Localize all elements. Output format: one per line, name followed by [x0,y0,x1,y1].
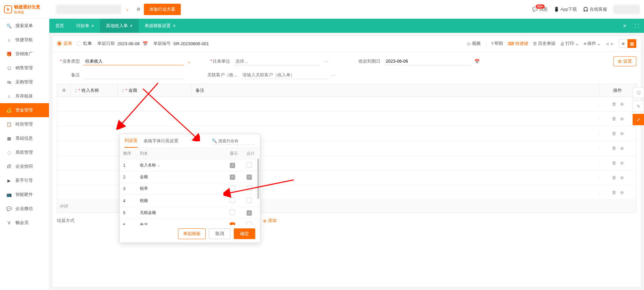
biz-type-input[interactable] [83,57,184,65]
column-settings-gear-icon[interactable]: ⚙ [57,84,71,96]
copy-icon[interactable]: ⊕ [620,116,624,121]
delete-icon[interactable]: 🗑 [612,160,616,165]
rel-customer-input[interactable] [240,71,328,79]
help-button[interactable]: ?帮助 [491,41,503,47]
checkbox-checked[interactable] [247,174,252,180]
radio-red[interactable]: 红单 [77,41,92,47]
checkbox-checked[interactable] [230,163,235,168]
checkbox[interactable] [230,198,235,203]
print-button[interactable]: 🖨打印⌄ [560,41,579,47]
ok-button[interactable]: 确定 [234,228,255,239]
chevron-down-icon[interactable]: ⌄ [157,163,160,167]
history-button[interactable]: ☰历史单据 [533,41,555,47]
checkbox[interactable] [247,222,252,225]
online-service-button[interactable]: 🎧 在线客服 [583,6,607,12]
shortcut-button[interactable]: ⌨快捷键 [508,41,528,47]
tab[interactable]: 首页 [49,19,70,33]
operate-button[interactable]: ≡操作⌄ [584,41,601,47]
company-dropdown-icon[interactable]: ⌄ [125,7,129,12]
sidebar-item[interactable]: 卣企业协同 [0,159,49,173]
rail-note-icon[interactable]: 🗨 [633,87,644,98]
company-name-blurred[interactable] [56,5,121,14]
template-button[interactable]: 单据模板 [178,228,206,239]
tab[interactable]: 付款单× [70,19,100,33]
col-header-amount[interactable]: ▲▼ *金额 [118,84,192,96]
tab[interactable]: 单据模板设置× [139,19,181,33]
view-list-icon[interactable]: ≡ [619,39,628,48]
copy-icon[interactable]: ⊕ [620,190,624,195]
partner-input[interactable] [233,57,321,65]
chevron-down-icon[interactable]: ⌄ [187,59,191,64]
gear-icon[interactable]: ⚙ [137,7,141,12]
rail-edit-icon[interactable]: ✎ [633,100,644,112]
close-icon[interactable]: × [130,23,132,28]
sidebar-item[interactable]: ⌂库存核算 [0,89,49,103]
sidebar-item[interactable]: 💰资金管理 [0,103,49,117]
doc-date-value[interactable]: 2023-06-06 [117,41,140,46]
tab-fullscreen-icon[interactable]: ⛶ [632,21,641,30]
add-button[interactable]: ⊕添加 [263,218,277,224]
remark-input[interactable] [83,71,184,79]
checkbox[interactable] [230,210,235,215]
more-icon[interactable]: ⋯ [331,73,336,78]
sidebar-item[interactable]: 📺智能硬件 [0,188,49,202]
delete-icon[interactable]: 🗑 [612,190,616,195]
prev-page-icon[interactable]: ◀ [605,41,609,46]
sort-icon[interactable]: ▲▼ [75,88,77,93]
sort-icon[interactable]: ▲▼ [122,88,124,93]
sidebar-item[interactable]: 🎁营销推广 [0,47,49,61]
message-button[interactable]: 💬 消息 99+ [532,6,548,12]
sidebar-item[interactable]: 🔍搜索菜单 [0,19,49,33]
copy-icon[interactable]: ⊕ [620,160,624,165]
checkbox-checked[interactable] [230,174,235,180]
checkbox[interactable] [247,186,252,191]
col-header-remark[interactable]: 备注 [192,84,599,96]
table-row[interactable]: 🗑⊕ [57,112,636,126]
table-row[interactable]: 🗑⊕ [57,97,636,112]
sidebar-item[interactable]: 📋经营管理 [0,117,49,131]
radio-blue[interactable]: 蓝单 [57,41,72,47]
scrollbar-thumb[interactable] [257,159,259,199]
delete-icon[interactable]: 🗑 [612,101,616,106]
checkbox-checked[interactable] [230,222,235,225]
sidebar-item[interactable]: V畅会员 [0,216,49,230]
sidebar-item[interactable]: ◌系统管理 [0,145,49,159]
checkbox[interactable] [247,162,252,167]
copy-icon[interactable]: ⊕ [620,146,624,151]
copy-icon[interactable]: ⊕ [620,101,624,106]
popup-search-input[interactable] [218,139,255,143]
delete-icon[interactable]: 🗑 [612,131,616,136]
popup-tab-columns[interactable]: 列设置 [124,138,138,148]
more-icon[interactable]: ⋯ [324,59,329,64]
calendar-icon[interactable]: 📅 [474,59,480,64]
tab[interactable]: 其他收入单× [100,19,139,33]
copy-icon[interactable]: ⊕ [620,131,624,136]
popup-search[interactable]: 🔍 [212,138,255,145]
sidebar-item[interactable]: 🛍采购管理 [0,75,49,89]
sidebar-item[interactable]: ▦基础信息 [0,131,49,145]
checkbox-checked[interactable] [247,210,252,216]
trial-button[interactable]: 体验行业方案 [144,4,181,15]
delete-icon[interactable]: 🗑 [612,116,616,121]
popup-tab-font[interactable]: 表格字体行高设置 [144,138,178,147]
due-date-input[interactable] [384,57,471,65]
checkbox[interactable] [247,198,252,203]
next-page-icon[interactable]: ▶ [611,41,614,46]
app-download-button[interactable]: 📱 App下载 [554,6,577,12]
video-button[interactable]: ▷视频 [468,41,481,47]
view-grid-icon[interactable]: ▦ [628,39,636,48]
rail-expand-icon[interactable]: ⤢ [633,114,644,125]
delete-icon[interactable]: 🗑 [612,146,616,151]
delete-icon[interactable]: 🗑 [612,175,616,180]
calendar-icon[interactable]: 📅 [143,41,148,46]
sidebar-item[interactable]: 💬企业微信 [0,202,49,216]
close-icon[interactable]: × [173,23,175,28]
close-icon[interactable]: × [91,23,94,28]
user-info-blurred[interactable] [613,5,640,14]
sidebar-item[interactable]: ⌂快捷导航 [0,33,49,47]
settings-button[interactable]: ⚙设置 [613,56,636,66]
cancel-button[interactable]: 取消 [209,228,230,239]
checkbox[interactable] [230,186,235,191]
sidebar-item[interactable]: ▶新手引导 [0,173,49,188]
sidebar-item[interactable]: ⬡销售管理 [0,61,49,75]
